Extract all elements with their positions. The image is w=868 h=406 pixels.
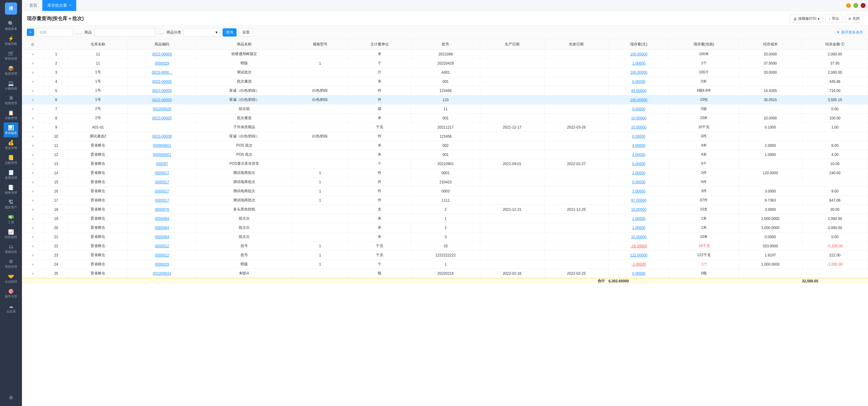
code-cell[interactable]: 0000084	[127, 214, 197, 223]
code-cell[interactable]: 0023-00008	[127, 95, 197, 104]
qty-main-cell[interactable]: 10.00000	[609, 113, 669, 123]
qty-main-cell[interactable]: 87.00000	[609, 196, 669, 205]
code-cell[interactable]: 0023-00008	[127, 132, 197, 141]
code-cell[interactable]: 0023-00005	[127, 113, 197, 123]
sidebar-item-settings[interactable]: ⚙	[8, 392, 14, 404]
query-button[interactable]: 查询	[223, 28, 237, 37]
qty-main-cell[interactable]: 10.00000	[609, 123, 669, 132]
qty-main-cell[interactable]: 100.00000	[609, 95, 669, 104]
code-cell[interactable]: 0000017	[127, 177, 197, 187]
sidebar-item-ecom[interactable]: 🖥电商管理	[4, 93, 18, 107]
batch-cell: 2021098	[411, 49, 480, 59]
balance-cell: 37.95	[802, 59, 868, 68]
qty-main-cell[interactable]: 0.00000	[609, 269, 669, 278]
export-button[interactable]: ↑ 导出	[825, 14, 842, 23]
tab-batch-inventory[interactable]: 库存批次量✕	[42, 0, 76, 11]
qty-main-cell[interactable]: 100.00000	[609, 49, 669, 59]
checkbox-cell: ○	[22, 77, 43, 86]
code-cell[interactable]: 0000017	[127, 187, 197, 196]
qty-main-cell[interactable]: 0.00000	[609, 132, 669, 141]
code-cell[interactable]: 0000012	[127, 251, 197, 260]
general-icon: 📒	[8, 155, 14, 161]
warehouse-cell: 晋省粮仓	[69, 232, 127, 241]
window-maximize-btn[interactable]: □	[854, 3, 858, 8]
product-input[interactable]	[94, 28, 155, 37]
window-minimize-btn[interactable]: —	[846, 3, 851, 8]
qty-main-cell[interactable]: 10.00000	[609, 232, 669, 241]
code-cell[interactable]: 000900001	[127, 141, 197, 150]
qty-main-cell[interactable]: 122.00000	[609, 251, 669, 260]
sidebar-item-search-menu[interactable]: 🔍搜索菜单	[4, 18, 18, 33]
sidebar-item-newbie[interactable]: 🎯新手引导	[4, 286, 18, 301]
code-cell[interactable]: 000900001	[127, 150, 197, 159]
code-cell[interactable]: 0023-00009	[127, 49, 197, 59]
qty-main-cell[interactable]: 0.00000	[609, 77, 669, 86]
code-cell[interactable]: 0000012	[127, 241, 197, 251]
qty-main-cell[interactable]: 1.00000	[609, 223, 669, 232]
sidebar-item-general[interactable]: 📒总账管理	[4, 152, 18, 167]
qty-main-cell[interactable]: 0.00000	[609, 159, 669, 168]
code-cell[interactable]: 001000026	[127, 104, 197, 113]
balance-cell: 3,000.00	[802, 223, 868, 232]
code-cell[interactable]: 0000017	[127, 196, 197, 205]
tab-close-batch-inventory[interactable]: ✕	[69, 4, 71, 7]
code-cell[interactable]: 0000084	[127, 232, 197, 241]
qty-main-cell[interactable]: 100.00000	[609, 68, 669, 77]
qty-main-cell[interactable]: -1.00000	[609, 260, 669, 269]
code-cell[interactable]: 0000084	[127, 223, 197, 232]
qty-main-cell[interactable]: 0.00000	[609, 177, 669, 187]
code-cell[interactable]: 000097	[127, 159, 197, 168]
sidebar-item-quick-nav[interactable]: ⚡快捷导航	[4, 33, 18, 48]
sidebar-item-sys[interactable]: ⚙系统管理	[4, 256, 18, 271]
qty-main-cell[interactable]: 1.00000	[609, 59, 669, 68]
sidebar-item-salary[interactable]: 💵工资	[4, 212, 18, 227]
qty-main-cell[interactable]: 2.00000	[609, 168, 669, 177]
qty-main-cell[interactable]: -16.00000	[609, 241, 669, 251]
sidebar-item-corp[interactable]: 🤝企业协同	[4, 271, 18, 286]
sidebar-label-purchase: 采购管理	[5, 116, 17, 120]
qty-main-cell[interactable]: 0.00000	[609, 104, 669, 113]
qty-main-cell[interactable]: 1.00000	[609, 214, 669, 223]
code-cell[interactable]: 0000078	[127, 205, 197, 214]
close-button[interactable]: ✕ 关闭	[845, 14, 863, 23]
sidebar-item-mini-ecom[interactable]: 💻小额电商	[4, 78, 18, 93]
sidebar-item-cloud[interactable]: ☁云应用	[4, 301, 18, 316]
sidebar-item-asset[interactable]: 💰资金管理	[4, 137, 18, 152]
qty-main-cell[interactable]: 4.00000	[609, 141, 669, 150]
sidebar-item-ops[interactable]: 📈经营管理	[4, 227, 18, 241]
code-cell[interactable]: 001000031	[127, 269, 197, 278]
print-button[interactable]: 🖨 按模板打印 ▾	[790, 14, 823, 23]
code-cell[interactable]: 0023-0000...	[127, 68, 197, 77]
code-cell[interactable]: 0000029	[127, 260, 197, 269]
qty-pkg-cell: 1个	[669, 59, 739, 68]
expand-conditions[interactable]: ▼ 展开更多条件	[836, 30, 863, 35]
sidebar-item-invoice[interactable]: 🧾发票管理	[4, 167, 18, 182]
settings-btn[interactable]: 设置	[239, 28, 253, 37]
sidebar-item-fixed-asset[interactable]: 🏗固定资产	[4, 197, 18, 212]
qty-main-cell[interactable]: 3.00000	[609, 187, 669, 196]
spec-cell: 1	[292, 59, 348, 68]
search-expand-button[interactable]: >	[27, 29, 34, 36]
qty-main-cell[interactable]: 4.00000	[609, 150, 669, 159]
sidebar-item-inventory[interactable]: 📊库存核算	[4, 123, 18, 137]
sidebar-item-tax[interactable]: 📑税务管理	[4, 182, 18, 197]
warehouse-cell: 11	[69, 49, 127, 59]
sidebar-item-retail[interactable]: 🛒零售管理	[4, 48, 18, 63]
qty-main-cell[interactable]: 49.60000	[609, 86, 669, 95]
sidebar-item-wholesale[interactable]: 📦批发管理	[4, 63, 18, 78]
code-cell[interactable]: 0023-00005	[127, 77, 197, 86]
table-row: ○13晋省粮仓000097POS显示库存异常个202109012021-09-0…	[22, 159, 868, 168]
sidebar-item-purchase[interactable]: 📋采购管理	[4, 107, 18, 123]
code-cell[interactable]: 0000017	[127, 168, 197, 177]
code-cell[interactable]	[127, 123, 197, 132]
exp-date-cell	[544, 132, 609, 141]
warehouse-input[interactable]: 仓库	[37, 28, 73, 37]
sidebar-item-base[interactable]: 🗂基础信息	[4, 241, 18, 256]
code-cell[interactable]: 0000029	[127, 59, 197, 68]
batch-cell: 1	[411, 260, 480, 269]
window-close-btn[interactable]: ✕	[861, 3, 866, 8]
category-select[interactable]: ▾	[184, 28, 220, 37]
tab-home[interactable]: 首页	[24, 0, 42, 11]
code-cell[interactable]: 0023-00005	[127, 86, 197, 95]
qty-main-cell[interactable]: 10.00000	[609, 205, 669, 214]
